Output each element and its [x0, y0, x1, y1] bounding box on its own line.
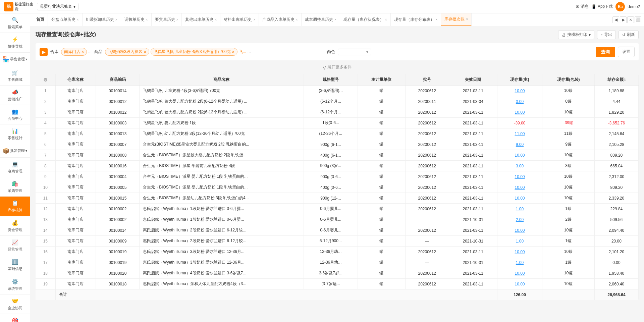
close-icon[interactable]: × — [296, 18, 298, 21]
export-button[interactable]: ↑ 导出 — [597, 30, 616, 39]
cell-qty[interactable]: 1.00 — [497, 204, 542, 214]
cell-qty[interactable]: 10.00 — [497, 225, 542, 236]
cell-qty[interactable]: 3.00 — [497, 161, 542, 171]
sidebar-item-inventory[interactable]: 📋 库存核算 — [0, 197, 30, 216]
cell-no: 2 — [36, 96, 55, 107]
cell-qty[interactable]: 10.00 — [497, 171, 542, 182]
sidebar-item-business[interactable]: 📈 经营管理 — [0, 236, 30, 255]
nav-tab-5[interactable]: 其他出库单历史 × — [182, 13, 220, 26]
cell-qty[interactable]: 2.00 — [497, 214, 542, 225]
color-filter-select[interactable]: ▾ — [338, 49, 371, 55]
sidebar-item-quicknav[interactable]: ⚡ 快捷导航 — [0, 33, 30, 52]
cell-qty[interactable]: 10.00 — [497, 268, 542, 279]
print-button[interactable]: 🖨 按模板打印 ▾ — [558, 30, 594, 39]
download-icon: 📱 — [591, 4, 596, 9]
filter-toggle-button[interactable]: ▶ — [40, 48, 48, 56]
close-icon[interactable]: × — [115, 18, 117, 21]
col-settings[interactable]: ⚙ — [36, 74, 55, 86]
close-icon[interactable]: × — [385, 18, 387, 21]
nav-tab-4[interactable]: 要货单历史 × — [152, 13, 182, 26]
cell-warehouse: 南库门店 — [55, 214, 96, 225]
cell-qty[interactable]: 10.00 — [497, 247, 542, 257]
cell-code: 00100005 — [96, 182, 140, 193]
nav-tab-9[interactable]: 现存量（库存状况表） × — [340, 13, 391, 26]
sidebar-item-purchase[interactable]: 🛍️ 采购管理 — [0, 177, 30, 197]
industry-selector[interactable]: 母婴行业演示账套 ▾ — [37, 3, 78, 10]
nav-tab-6[interactable]: 材料出库单历史 × — [220, 13, 259, 26]
sidebar-item-wholesale[interactable]: 📦 批发管理 ▾ — [0, 144, 30, 158]
cell-qty[interactable]: 9.00 — [497, 139, 542, 150]
cell-warehouse: 南库门店 — [55, 128, 96, 139]
sidebar-item-basics[interactable]: ℹ️ 基础信息 — [0, 255, 30, 275]
cell-qty[interactable]: 10.00 — [497, 182, 542, 193]
cell-qty[interactable]: -39.00 — [497, 118, 542, 128]
cell-qty[interactable]: 1.00 — [497, 257, 542, 268]
sidebar-item-marketing[interactable]: 📣 营销推广 — [0, 86, 30, 105]
remove-product-tag-2-icon[interactable]: × — [232, 50, 234, 54]
warehouse-more-icon[interactable]: ··· — [88, 50, 92, 54]
message-button[interactable]: ✉ 消息 — [576, 4, 589, 9]
close-icon[interactable]: × — [466, 17, 468, 21]
app-download-button[interactable]: 📱 App下载 — [591, 4, 613, 9]
close-icon[interactable]: × — [176, 18, 178, 21]
settings-button[interactable]: 设置 — [618, 47, 635, 57]
product-tag-1[interactable]: 飞鹤奶粉3段丙摆装 × — [105, 48, 149, 56]
close-icon[interactable]: × — [77, 18, 79, 21]
sidebar-item-enterprise[interactable]: 🤝 企业协同 — [0, 294, 30, 314]
cell-amount: 1,958.40 — [594, 268, 638, 279]
cell-qty[interactable]: 10.00 — [497, 150, 542, 161]
cell-no: 11 — [36, 193, 55, 204]
avatar[interactable]: Ea — [615, 2, 625, 11]
box-icon: 📦 — [3, 148, 9, 154]
sidebar-item-ecommerce[interactable]: 💻 电商管理 — [0, 158, 30, 177]
nav-tab-home[interactable]: 首页 — [33, 13, 48, 26]
close-icon[interactable]: × — [436, 18, 438, 21]
close-icon[interactable]: × — [215, 18, 217, 21]
cell-qty[interactable]: 10.00 — [497, 107, 542, 118]
bag-icon: 🛍️ — [12, 180, 18, 187]
sidebar-item-guide[interactable]: 🎯 新手引导 — [0, 314, 30, 322]
cell-qty[interactable]: 10.00 — [497, 193, 542, 204]
cell-unit: 罐 — [358, 204, 406, 214]
nav-tab-2[interactable]: 组装拆卸单历史 × — [83, 13, 121, 26]
sidebar-item-finance[interactable]: 💰 资金管理 — [0, 216, 30, 236]
sidebar-item-retail-manage[interactable]: 🏪 零售管理 ▾ — [0, 53, 30, 66]
search-button[interactable]: 查询 — [596, 47, 615, 57]
sidebar-item-retail-stats[interactable]: 📊 零售统计 — [0, 124, 30, 144]
nav-tab-8[interactable]: 成本调整单历史 × — [302, 13, 340, 26]
cell-no: 15 — [36, 236, 55, 247]
product-ellipsis-icon[interactable]: ··· — [248, 50, 251, 54]
sidebar-item-search[interactable]: 🔍 搜索菜单 — [0, 13, 30, 33]
cell-qty[interactable]: 0.00 — [497, 96, 542, 107]
cell-unit: 罐 — [358, 279, 406, 289]
expand-conditions-button[interactable]: ⋁ 展开更多条件 — [323, 64, 352, 70]
tab-maximize-button[interactable]: ⬜ — [635, 16, 641, 23]
cell-qty[interactable]: 11.00 — [497, 128, 542, 139]
cell-expire: 2021-03-11 — [449, 139, 497, 150]
close-icon[interactable]: × — [334, 18, 336, 21]
remove-warehouse-tag-icon[interactable]: × — [82, 50, 84, 54]
close-icon[interactable]: × — [146, 18, 148, 21]
cell-name: 惠氏启赋（Wyeth illuma）4段奶粉 爱尔兰进口 3-6岁及7... — [140, 268, 304, 279]
sidebar-item-system[interactable]: ⚙️ 系统管理 — [0, 275, 30, 294]
nav-tab-3[interactable]: 调拨单历史 × — [121, 13, 152, 26]
sidebar-item-retail-mall[interactable]: 🛒 零售商城 — [0, 66, 30, 86]
close-icon[interactable]: × — [253, 18, 255, 21]
tab-prev-button[interactable]: ◀ — [612, 16, 619, 23]
nav-tab-10[interactable]: 现存量（库存分布表） × — [391, 13, 441, 26]
nav-tab-1[interactable]: 分盘点单历史 × — [48, 13, 83, 26]
tab-next-button[interactable]: ▶ — [620, 16, 627, 23]
cell-spec: 3-6岁及7岁... — [304, 268, 358, 279]
nav-tab-7[interactable]: 产成品入库单历史 × — [259, 13, 302, 26]
refresh-button[interactable]: ↺ 刷新 — [619, 30, 639, 39]
product-more-icon[interactable]: 飞... — [239, 49, 246, 55]
cell-qty[interactable]: 10.00 — [497, 86, 542, 96]
nav-tab-11[interactable]: 库存批次账 × — [441, 13, 472, 26]
cell-qty[interactable]: 1.00 — [497, 236, 542, 247]
warehouse-tag[interactable]: 南库门店 × — [61, 48, 87, 56]
remove-product-tag-1-icon[interactable]: × — [144, 50, 146, 54]
sidebar-item-members[interactable]: 👥 会员中心 — [0, 105, 30, 124]
cell-qty[interactable]: 10.00 — [497, 279, 542, 289]
tab-close-button[interactable]: × — [627, 16, 634, 23]
product-tag-2[interactable]: 飞鹤星飞帆 儿童奶粉 4段(3-6岁适用) 700克 × — [151, 48, 237, 56]
